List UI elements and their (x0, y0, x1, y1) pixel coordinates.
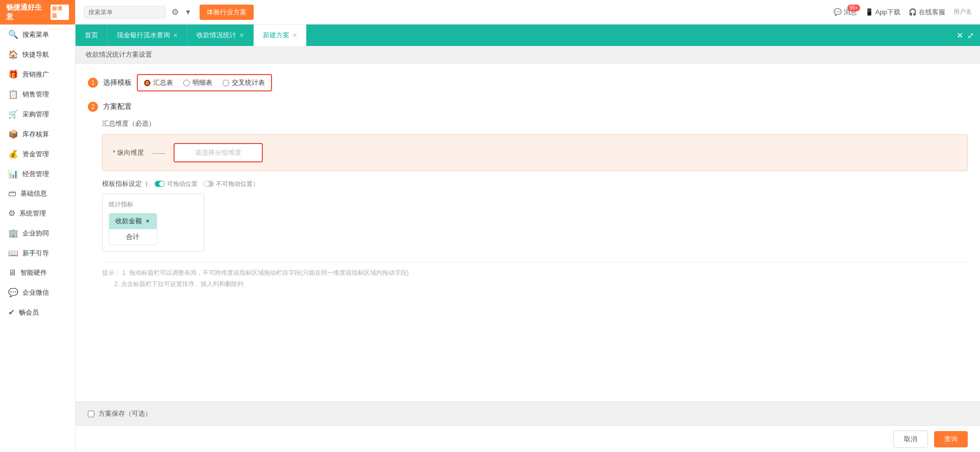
app-download-button[interactable]: 📱 App下载 (865, 8, 900, 17)
sidebar-item-member[interactable]: ✔ 畅会员 (0, 302, 75, 322)
inventory-icon: 📦 (8, 129, 18, 139)
tips-section: 提示： 1. 拖动标题栏可以调整布局，不可跨维度或指标区域拖动栏目字段(只能在同… (102, 262, 968, 290)
sidebar-item-label: 畅会员 (19, 308, 39, 317)
download-label: App下载 (875, 8, 900, 17)
sidebar-item-search-menu[interactable]: 🔍 搜索菜单 (0, 25, 75, 44)
metrics-grid: 收款金额 ▼ 合计 (109, 213, 198, 245)
radio-detail-input[interactable] (183, 80, 190, 86)
radio-cross[interactable]: 交叉统计表 (223, 78, 265, 87)
gift-icon: 🎁 (8, 69, 18, 79)
step1-title: 选择模板 (103, 78, 132, 87)
hardware-icon: 🖥 (8, 268, 16, 277)
logo-text: 畅捷通好生意 (6, 3, 48, 21)
message-button[interactable]: 💬 消息 99+ (834, 8, 857, 17)
top-header: ⚙ ▼ 体验行业方案 💬 消息 99+ 📱 App下载 🎧 在线客服 用户名 (76, 0, 980, 25)
metric-column-header[interactable]: 收款金额 ▼ (109, 213, 157, 229)
radio-detail-label: 明细表 (192, 78, 212, 87)
tab-bank-flow[interactable]: 现金银行流水查询 ✕ (108, 25, 187, 46)
sidebar-item-basic-info[interactable]: 🗃 基础信息 (0, 184, 75, 203)
close-window-icon[interactable]: ✕ (957, 31, 963, 40)
message-icon: 💬 (834, 8, 842, 16)
main-area: ⚙ ▼ 体验行业方案 💬 消息 99+ 📱 App下载 🎧 在线客服 用户名 首… (76, 0, 980, 452)
breadcrumb-input[interactable] (84, 6, 165, 18)
trial-button[interactable]: 体验行业方案 (200, 5, 254, 20)
sidebar-item-operation[interactable]: 📊 经营管理 (0, 164, 75, 184)
sidebar-item-hardware[interactable]: 🖥 智能硬件 (0, 263, 75, 282)
tab-bank-flow-close[interactable]: ✕ (173, 32, 178, 39)
sidebar-item-label: 智能硬件 (20, 268, 47, 277)
movable-toggle[interactable]: 可拖动位置 (155, 180, 198, 188)
sidebar-item-fund[interactable]: 💰 资金管理 (0, 144, 75, 164)
sidebar-item-inventory[interactable]: 📦 库存核算 (0, 124, 75, 144)
dimension-selector[interactable]: 请选择分组维度 (174, 143, 263, 162)
footer-bar: 取消 查询 (76, 425, 980, 452)
content-area: 收款情况统计方案设置 1 选择模板 汇总表 明细表 (76, 46, 980, 452)
sidebar-item-wechat[interactable]: 💬 企业微信 (0, 282, 75, 302)
radio-cross-input[interactable] (223, 80, 229, 86)
sidebar-item-label: 经营管理 (22, 170, 49, 179)
sidebar-item-label: 快捷导航 (22, 50, 49, 59)
radio-cross-label: 交叉统计表 (232, 78, 265, 87)
tab-new-plan-label: 新建方案 (263, 31, 289, 40)
sidebar-item-enterprise[interactable]: 🏢 企业协同 (0, 223, 75, 243)
immovable-toggle[interactable]: 不可拖动位置） (204, 180, 259, 188)
dimension-area: * 纵向维度 —— 请选择分组维度 (102, 134, 968, 171)
message-badge: 99+ (847, 5, 860, 11)
metrics-header: 模板指标设定（ 可拖动位置 不可拖动位置） (102, 179, 968, 188)
settings-icon[interactable]: ⚙ (172, 7, 179, 17)
service-icon: 🎧 (909, 8, 917, 16)
tab-home[interactable]: 首页 (76, 25, 108, 46)
sidebar-item-label: 企业微信 (22, 288, 49, 297)
vertical-dim-label: * 纵向维度 (113, 148, 144, 157)
tips-prefix: 提示： (102, 269, 120, 276)
sidebar-item-sales[interactable]: 📋 销售管理 (0, 84, 75, 104)
tab-home-label: 首页 (85, 31, 98, 40)
sidebar-item-label: 销售管理 (22, 90, 49, 99)
sales-icon: 📋 (8, 89, 18, 99)
radio-summary-label: 汇总表 (153, 78, 173, 87)
tab-new-plan[interactable]: 新建方案 ✕ (254, 25, 306, 46)
tab-receipt-stat-label: 收款情况统计 (197, 31, 236, 40)
sidebar-item-quick-nav[interactable]: 🏠 快捷导航 (0, 44, 75, 64)
tab-new-plan-close[interactable]: ✕ (292, 32, 297, 39)
sidebar-item-system[interactable]: ⚙ 系统管理 (0, 203, 75, 223)
search-menu-icon: 🔍 (8, 30, 18, 39)
sidebar-item-label: 基础信息 (20, 189, 47, 198)
chevron-down-icon: ▼ (145, 218, 151, 224)
step1-section: 1 选择模板 汇总表 明细表 交叉统计表 (88, 74, 968, 91)
expand-icon[interactable]: ⤢ (967, 31, 974, 40)
radio-summary-input[interactable] (144, 80, 151, 86)
sidebar-item-label: 采购管理 (22, 110, 49, 119)
radio-detail[interactable]: 明细表 (183, 78, 212, 87)
download-icon: 📱 (865, 8, 873, 16)
user-name: 用户名 (953, 8, 972, 16)
header-right: 💬 消息 99+ 📱 App下载 🎧 在线客服 用户名 (834, 8, 972, 17)
tab-receipt-stat[interactable]: 收款情况统计 ✕ (187, 25, 254, 46)
sidebar-item-label: 库存核算 (22, 130, 49, 139)
step1-num: 1 (88, 78, 98, 88)
metric-cell-total: 合计 (109, 229, 157, 245)
radio-summary[interactable]: 汇总表 (144, 78, 173, 87)
immovable-indicator (204, 181, 214, 187)
metrics-label: 模板指标设定（ (102, 179, 149, 188)
system-icon: ⚙ (8, 208, 15, 218)
tab-bank-flow-label: 现金银行流水查询 (117, 31, 170, 40)
tip2: 2. 点击标题栏下拉可设置排序、插入列和删除列 (102, 280, 243, 288)
query-button[interactable]: 查询 (934, 431, 968, 447)
step2-num: 2 (88, 102, 98, 112)
sidebar: 畅捷通好生意 标准版 🔍 搜索菜单 🏠 快捷导航 🎁 营销推广 📋 销售管理 🛒… (0, 0, 76, 452)
sidebar-item-label: 新手引导 (22, 249, 49, 258)
tab-bar-right: ✕ ⤢ (957, 31, 980, 40)
step1-header: 1 选择模板 汇总表 明细表 交叉统计表 (88, 74, 968, 91)
chevron-down-icon[interactable]: ▼ (185, 8, 191, 16)
tab-receipt-stat-close[interactable]: ✕ (239, 32, 244, 39)
dimension-title: 汇总维度（必选） (102, 119, 968, 128)
wechat-icon: 💬 (8, 288, 18, 297)
sidebar-item-purchase[interactable]: 🛒 采购管理 (0, 104, 75, 124)
cancel-button[interactable]: 取消 (893, 431, 928, 448)
service-button[interactable]: 🎧 在线客服 (909, 8, 945, 17)
sidebar-item-marketing[interactable]: 🎁 营销推广 (0, 64, 75, 84)
save-checkbox[interactable] (88, 411, 94, 417)
sidebar-item-guide[interactable]: 📖 新手引导 (0, 243, 75, 263)
sidebar-item-label: 搜索菜单 (22, 30, 49, 39)
